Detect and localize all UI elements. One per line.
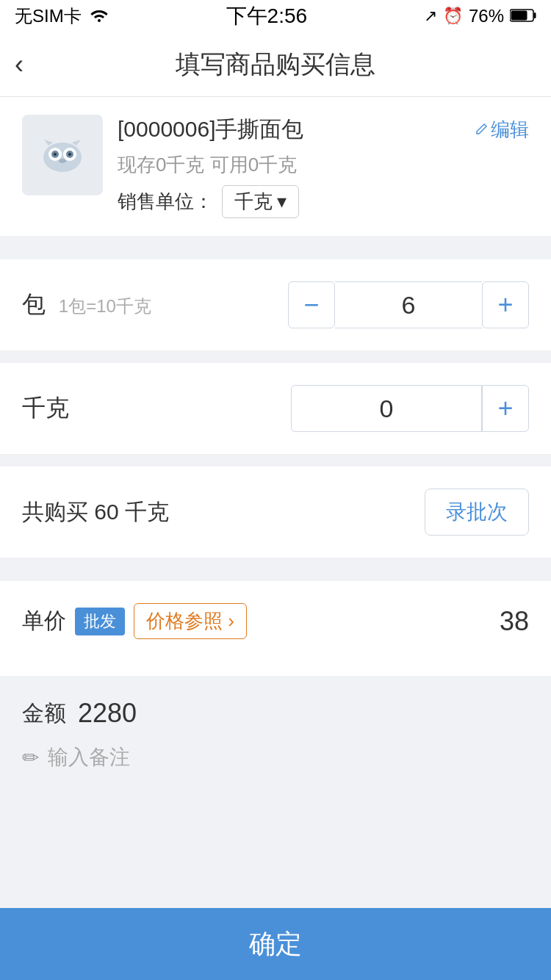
product-stock: 现存0千克 可用0千克 bbox=[118, 152, 529, 178]
svg-point-10 bbox=[59, 159, 66, 163]
svg-point-3 bbox=[43, 143, 82, 172]
status-right: ↗ ⏰ 76% bbox=[424, 6, 536, 26]
svg-rect-1 bbox=[534, 12, 536, 18]
gps-icon: ↗ bbox=[424, 7, 437, 26]
kg-label: 千克 bbox=[22, 394, 69, 421]
bag-increment-button[interactable]: + bbox=[482, 281, 529, 328]
price-badge: 批发 bbox=[75, 608, 125, 635]
carrier-label: 无SIM卡 bbox=[15, 4, 82, 28]
svg-rect-2 bbox=[511, 11, 527, 21]
battery-label: 76% bbox=[469, 6, 504, 26]
back-button[interactable]: ‹ bbox=[15, 49, 24, 80]
edit-button[interactable]: 编辑 bbox=[473, 117, 529, 143]
price-left: 单价 批发 价格参照 › bbox=[22, 603, 247, 639]
bag-quantity-input[interactable] bbox=[335, 281, 482, 328]
kg-label-container: 千克 bbox=[22, 392, 291, 425]
bag-sublabel: 1包=10千克 bbox=[59, 296, 151, 316]
price-label: 单价 bbox=[22, 606, 66, 636]
price-section: 单价 批发 价格参照 › 38 bbox=[0, 581, 551, 676]
svg-point-9 bbox=[68, 153, 71, 156]
price-value: 38 bbox=[500, 606, 529, 637]
product-info: [0000006]手撕面包 编辑 现存0千克 可用0千克 销售单位： 千克 ▾ bbox=[118, 115, 529, 218]
amount-section: 金额 2280 ✏ 输入备注 bbox=[0, 676, 551, 786]
product-unit-row: 销售单位： 千克 ▾ bbox=[118, 185, 529, 218]
svg-marker-11 bbox=[44, 140, 53, 145]
unit-label: 销售单位： bbox=[118, 189, 213, 215]
battery-icon bbox=[510, 6, 536, 26]
wifi-icon bbox=[89, 6, 109, 26]
bag-quantity-row: 包 1包=10千克 − + bbox=[0, 259, 551, 351]
svg-marker-12 bbox=[72, 140, 81, 145]
kg-qty-control: + bbox=[291, 385, 529, 432]
product-card: [0000006]手撕面包 编辑 现存0千克 可用0千克 销售单位： 千克 ▾ bbox=[0, 97, 551, 236]
total-row: 共购买 60 千克 录批次 bbox=[0, 466, 551, 558]
total-text: 共购买 60 千克 bbox=[22, 497, 169, 527]
confirm-button[interactable]: 确定 bbox=[0, 908, 551, 980]
status-time: 下午2:56 bbox=[226, 2, 308, 30]
product-name: [0000006]手撕面包 bbox=[118, 115, 303, 145]
kg-quantity-input[interactable] bbox=[291, 385, 482, 432]
svg-point-8 bbox=[54, 153, 57, 156]
bag-label-container: 包 1包=10千克 bbox=[22, 289, 288, 321]
bag-label: 包 bbox=[22, 291, 46, 317]
alarm-icon: ⏰ bbox=[443, 7, 463, 26]
nav-bar: ‹ 填写商品购买信息 bbox=[0, 32, 551, 97]
product-thumbnail bbox=[22, 115, 103, 195]
bag-qty-control: − + bbox=[288, 281, 529, 328]
product-title-row: [0000006]手撕面包 编辑 bbox=[118, 115, 529, 145]
kg-quantity-section: 千克 + bbox=[0, 363, 551, 455]
status-left: 无SIM卡 bbox=[15, 4, 109, 28]
amount-value: 2280 bbox=[78, 698, 137, 729]
chevron-down-icon: ▾ bbox=[277, 190, 287, 213]
amount-label: 金额 bbox=[22, 699, 66, 729]
amount-row: 金额 2280 bbox=[22, 698, 529, 729]
divider bbox=[0, 248, 551, 259]
price-row: 单价 批发 价格参照 › 38 bbox=[22, 603, 529, 639]
divider2 bbox=[0, 569, 551, 581]
price-ref-button[interactable]: 价格参照 › bbox=[134, 603, 247, 639]
edit-icon: ✏ bbox=[22, 746, 39, 770]
page-title: 填写商品购买信息 bbox=[176, 48, 375, 82]
bag-quantity-section: 包 1包=10千克 − + bbox=[0, 259, 551, 351]
status-bar: 无SIM卡 下午2:56 ↗ ⏰ 76% bbox=[0, 0, 551, 32]
remark-row[interactable]: ✏ 输入备注 bbox=[22, 743, 529, 771]
batch-button[interactable]: 录批次 bbox=[425, 489, 529, 536]
remark-placeholder: 输入备注 bbox=[48, 743, 130, 771]
bag-decrement-button[interactable]: − bbox=[288, 281, 335, 328]
kg-quantity-row: 千克 + bbox=[0, 363, 551, 455]
unit-select[interactable]: 千克 ▾ bbox=[222, 185, 299, 218]
kg-increment-button[interactable]: + bbox=[482, 385, 529, 432]
